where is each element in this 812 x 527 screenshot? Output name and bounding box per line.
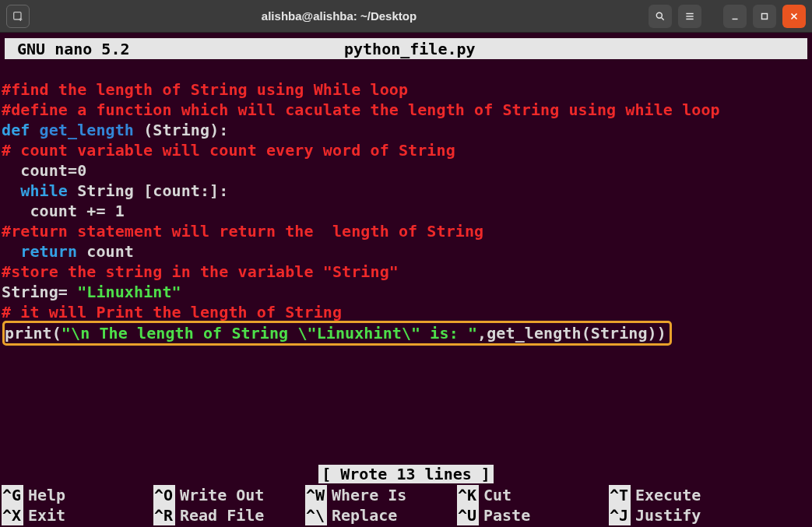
code-line: #find the length of String using While l… bbox=[2, 80, 408, 99]
shortcut-item[interactable]: ^UPaste bbox=[457, 505, 609, 525]
code-str: "Linuxhint" bbox=[77, 283, 181, 301]
nano-shortcut-bar: ^GHelp ^OWrite Out ^WWhere Is ^KCut ^TEx… bbox=[0, 485, 812, 527]
shortcut-label: Cut bbox=[483, 485, 511, 505]
code-line: #store the string in the variable "Strin… bbox=[2, 262, 399, 281]
shortcut-label: Read File bbox=[180, 505, 264, 525]
shortcut-key: ^K bbox=[457, 485, 479, 505]
nano-status: [ Wrote 13 lines ] bbox=[318, 465, 494, 483]
shortcut-item[interactable]: ^XExit bbox=[2, 505, 153, 525]
code-fn: get_length bbox=[30, 121, 134, 139]
shortcut-key: ^T bbox=[609, 485, 631, 505]
code-line: count += 1 bbox=[2, 202, 125, 220]
shortcut-label: Execute bbox=[635, 485, 701, 505]
nano-status-wrap: [ Wrote 13 lines ] bbox=[0, 465, 812, 483]
new-tab-button[interactable] bbox=[6, 5, 30, 28]
shortcut-item[interactable]: ^\Replace bbox=[305, 505, 457, 525]
shortcut-label: Replace bbox=[332, 505, 397, 525]
shortcut-item[interactable]: ^WWhere Is bbox=[305, 485, 457, 505]
shortcut-label: Help bbox=[28, 485, 65, 505]
shortcut-key: ^\ bbox=[305, 505, 327, 525]
hamburger-menu-button[interactable] bbox=[678, 5, 701, 28]
shortcut-item[interactable]: ^GHelp bbox=[2, 485, 153, 505]
shortcut-row: ^XExit ^RRead File ^\Replace ^UPaste ^JJ… bbox=[2, 505, 810, 525]
code-line: # it will Print the length of String bbox=[2, 303, 342, 321]
search-button[interactable] bbox=[649, 5, 672, 28]
svg-rect-9 bbox=[762, 13, 768, 19]
code-str: "\n The length of String \"Linuxhint\" i… bbox=[62, 324, 477, 343]
shortcut-item[interactable]: ^RRead File bbox=[153, 505, 305, 525]
shortcut-label: Write Out bbox=[180, 485, 264, 505]
shortcut-label: Exit bbox=[28, 505, 65, 525]
window-titlebar: alishba@alishba: ~/Desktop bbox=[0, 0, 812, 33]
minimize-button[interactable] bbox=[723, 5, 747, 28]
shortcut-key: ^U bbox=[457, 505, 479, 525]
svg-point-3 bbox=[656, 12, 662, 18]
svg-line-4 bbox=[662, 17, 664, 19]
code-kw: def bbox=[2, 121, 30, 139]
code-rest: (String): bbox=[134, 121, 228, 139]
nano-header: GNU nano 5.2 python_file.py bbox=[5, 38, 807, 59]
shortcut-key: ^W bbox=[305, 485, 327, 505]
annotation-highlight: print("\n The length of String \"Linuxhi… bbox=[2, 321, 672, 346]
code-a: print( bbox=[5, 324, 62, 343]
editor-content[interactable]: #find the length of String using While l… bbox=[0, 59, 812, 346]
code-line: #define a function which will caculate t… bbox=[2, 100, 720, 119]
shortcut-row: ^GHelp ^OWrite Out ^WWhere Is ^KCut ^TEx… bbox=[2, 485, 810, 505]
close-button[interactable] bbox=[782, 5, 806, 28]
svg-rect-0 bbox=[14, 12, 21, 19]
shortcut-item[interactable]: ^KCut bbox=[457, 485, 609, 505]
code-kw: while bbox=[2, 181, 68, 200]
nano-version: GNU nano 5.2 bbox=[17, 40, 344, 58]
code-rest: count bbox=[77, 242, 134, 261]
shortcut-item[interactable]: ^TExecute bbox=[609, 485, 761, 505]
maximize-button[interactable] bbox=[753, 5, 776, 28]
shortcut-label: Where Is bbox=[332, 485, 406, 505]
shortcut-key: ^G bbox=[2, 485, 23, 505]
shortcut-item[interactable]: ^OWrite Out bbox=[153, 485, 305, 505]
code-c: ,get_length(String)) bbox=[477, 324, 666, 343]
shortcut-label: Justify bbox=[635, 505, 701, 525]
code-kw: return bbox=[2, 242, 77, 261]
shortcut-key: ^J bbox=[609, 505, 631, 525]
code-line: count=0 bbox=[2, 161, 86, 180]
shortcut-item[interactable]: ^JJustify bbox=[609, 505, 761, 525]
code-line: # count variable will count every word o… bbox=[2, 141, 455, 160]
shortcut-key: ^X bbox=[2, 505, 23, 525]
shortcut-key: ^O bbox=[153, 485, 175, 505]
code-line: #return statement will return the length… bbox=[2, 222, 483, 241]
code-a: String= bbox=[2, 283, 77, 301]
code-rest: String [count:]: bbox=[68, 181, 228, 200]
window-title: alishba@alishba: ~/Desktop bbox=[36, 9, 642, 23]
shortcut-key: ^R bbox=[153, 505, 175, 525]
nano-filename: python_file.py bbox=[344, 40, 476, 58]
shortcut-label: Paste bbox=[483, 505, 530, 525]
